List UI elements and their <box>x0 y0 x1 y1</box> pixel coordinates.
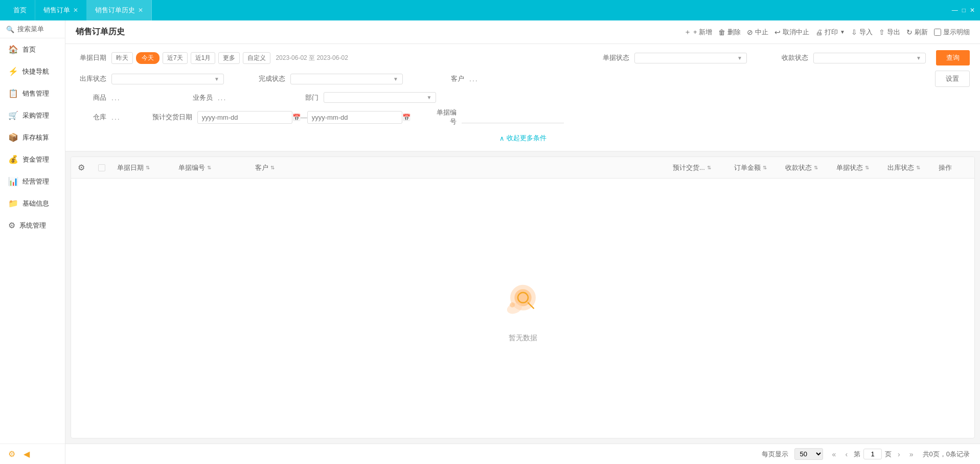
voucher-status-select[interactable]: ▼ <box>634 53 747 63</box>
finance-icon: 💰 <box>8 154 18 164</box>
tab-sales-order[interactable]: 销售订单 ✕ <box>35 0 87 20</box>
warehouse-picker[interactable]: ... <box>111 113 121 121</box>
th-payment-label: 收款状态 <box>785 163 812 172</box>
new-label: + 新增 <box>693 28 712 37</box>
department-select[interactable]: ▼ <box>324 92 436 103</box>
collapse-button[interactable]: ∧ 收起更多条件 <box>76 131 970 145</box>
date-btn-custom[interactable]: 自定义 <box>243 52 270 64</box>
warehouse-status-select[interactable]: ▼ <box>111 74 224 84</box>
th-warehouse-label: 出库状态 <box>887 163 914 172</box>
export-label: 导出 <box>887 28 900 37</box>
cancel-suspend-label: 取消中止 <box>783 28 809 37</box>
cancel-suspend-button[interactable]: ↩ 取消中止 <box>774 28 809 37</box>
th-order-status-label: 单据状态 <box>836 163 863 172</box>
delivery-date-to[interactable] <box>307 111 402 124</box>
show-detail-checkbox[interactable] <box>934 29 941 36</box>
chevron-up-icon: ∧ <box>499 135 505 142</box>
voucher-number-input[interactable] <box>462 111 564 123</box>
salesperson-picker[interactable]: ... <box>218 94 227 102</box>
table-settings-icon[interactable]: ⚙ <box>78 163 85 172</box>
show-detail-label: 显示明细 <box>943 28 970 37</box>
sidebar-item-basics[interactable]: 📁 基础信息 <box>0 192 65 214</box>
filter-row-4: 仓库 ... 预计交货日期 📅 — 📅 单据编号 <box>76 108 970 126</box>
page-suffix: 页 <box>885 450 892 459</box>
calendar-from-icon[interactable]: 📅 <box>292 114 301 121</box>
salesperson-label: 业务员 <box>182 93 218 102</box>
sidebar-item-home[interactable]: 🏠 首页 <box>0 38 65 60</box>
page-number-input[interactable] <box>863 449 882 459</box>
print-arrow[interactable]: ▼ <box>840 29 845 35</box>
payment-status-select[interactable]: ▼ <box>813 53 926 63</box>
tab-sales-order-close[interactable]: ✕ <box>73 7 78 14</box>
page-size-select[interactable]: 50 20 100 <box>794 448 823 460</box>
th-warehouse-status[interactable]: 出库状态 ⇅ <box>882 163 933 172</box>
query-button[interactable]: 查询 <box>936 50 970 65</box>
date-btn-today[interactable]: 今天 <box>136 52 159 64</box>
date-btn-yesterday[interactable]: 昨天 <box>111 52 133 64</box>
date-btn-last1m[interactable]: 近1月 <box>191 52 216 64</box>
th-payment-sort: ⇅ <box>814 165 818 170</box>
th-customer-label: 客户 <box>255 163 268 172</box>
sidebar-collapse-icon[interactable]: ◀ <box>24 449 30 459</box>
th-warehouse-sort: ⇅ <box>916 165 920 170</box>
suspend-button[interactable]: ⊘ 中止 <box>747 28 768 37</box>
inventory-icon: 📦 <box>8 132 18 142</box>
th-date[interactable]: 单据日期 ⇅ <box>112 163 173 172</box>
tab-home[interactable]: 首页 <box>5 0 35 20</box>
main-content: 销售订单历史 ＋ + 新增 🗑 删除 ⊘ 中止 ↩ 取消中止 <box>65 20 980 464</box>
first-page-button[interactable]: « <box>829 449 839 459</box>
sidebar-item-finance[interactable]: 💰 资金管理 <box>0 148 65 170</box>
th-action-label: 操作 <box>939 163 952 172</box>
purchase-icon: 🛒 <box>8 111 18 120</box>
sidebar-item-operations[interactable]: 📊 经营管理 <box>0 170 65 192</box>
voucher-status-label: 单据状态 <box>599 53 634 62</box>
th-checkbox <box>92 164 112 171</box>
sidebar-item-system[interactable]: ⚙ 系统管理 <box>0 214 65 236</box>
tab-sales-history[interactable]: 销售订单历史 ✕ <box>87 0 152 20</box>
th-date-sort: ⇅ <box>146 165 150 170</box>
delivery-date-from[interactable] <box>197 111 292 124</box>
maximize-icon[interactable]: □ <box>962 7 966 14</box>
th-order-status[interactable]: 单据状态 ⇅ <box>831 163 882 172</box>
operations-icon: 📊 <box>8 176 18 186</box>
tab-sales-order-label: 销售订单 <box>43 6 70 15</box>
th-delivery-sort: ⇅ <box>707 165 711 170</box>
search-bar[interactable]: 🔍 搜索菜单 <box>0 20 65 38</box>
date-btn-more[interactable]: 更多 <box>218 52 240 64</box>
sidebar-item-inventory-label: 库存核算 <box>22 133 49 142</box>
sidebar-item-purchase[interactable]: 🛒 采购管理 <box>0 104 65 126</box>
th-payment-status[interactable]: 收款状态 ⇅ <box>780 163 831 172</box>
warehouse-status-label: 出库状态 <box>76 74 111 83</box>
calendar-to-icon[interactable]: 📅 <box>402 114 411 121</box>
th-number[interactable]: 单据编号 ⇅ <box>173 163 250 172</box>
department-label: 部门 <box>288 93 324 102</box>
product-picker[interactable]: ... <box>111 94 121 102</box>
complete-status-select[interactable]: ▼ <box>290 74 403 84</box>
empty-illustration <box>497 274 549 325</box>
filter-row-2: 出库状态 ▼ 完成状态 ▼ 客户 ... 设置 <box>76 71 970 87</box>
print-button[interactable]: 🖨 打印 ▼ <box>815 28 845 37</box>
export-button[interactable]: ⇧ 导出 <box>879 28 900 37</box>
sidebar-settings-icon[interactable]: ⚙ <box>8 449 15 459</box>
date-btn-last7[interactable]: 近7天 <box>163 52 188 64</box>
close-window-icon[interactable]: ✕ <box>970 7 975 14</box>
select-all-checkbox[interactable] <box>98 164 105 171</box>
sidebar-item-sales[interactable]: 📋 销售管理 <box>0 82 65 104</box>
import-button[interactable]: ⇩ 导入 <box>851 28 873 37</box>
customer-picker[interactable]: ... <box>469 75 478 83</box>
tab-sales-history-close[interactable]: ✕ <box>138 7 143 14</box>
sidebar-item-inventory[interactable]: 📦 库存核算 <box>0 126 65 148</box>
sidebar-item-quick-nav[interactable]: ⚡ 快捷导航 <box>0 60 65 82</box>
new-button[interactable]: ＋ + 新增 <box>684 28 712 37</box>
th-customer[interactable]: 客户 ⇅ <box>250 163 668 172</box>
th-amount[interactable]: 订单金额 ⇅ <box>729 163 780 172</box>
refresh-button[interactable]: ↻ 刷新 <box>906 28 928 37</box>
next-page-button[interactable]: › <box>895 449 903 459</box>
settings-button[interactable]: 设置 <box>935 71 970 87</box>
th-delivery[interactable]: 预计交货... ⇅ <box>668 163 729 172</box>
minimize-icon[interactable]: — <box>952 7 958 14</box>
delete-button[interactable]: 🗑 删除 <box>718 28 741 37</box>
prev-page-button[interactable]: ‹ <box>842 449 851 459</box>
import-icon: ⇩ <box>851 28 857 36</box>
last-page-button[interactable]: » <box>906 449 917 459</box>
